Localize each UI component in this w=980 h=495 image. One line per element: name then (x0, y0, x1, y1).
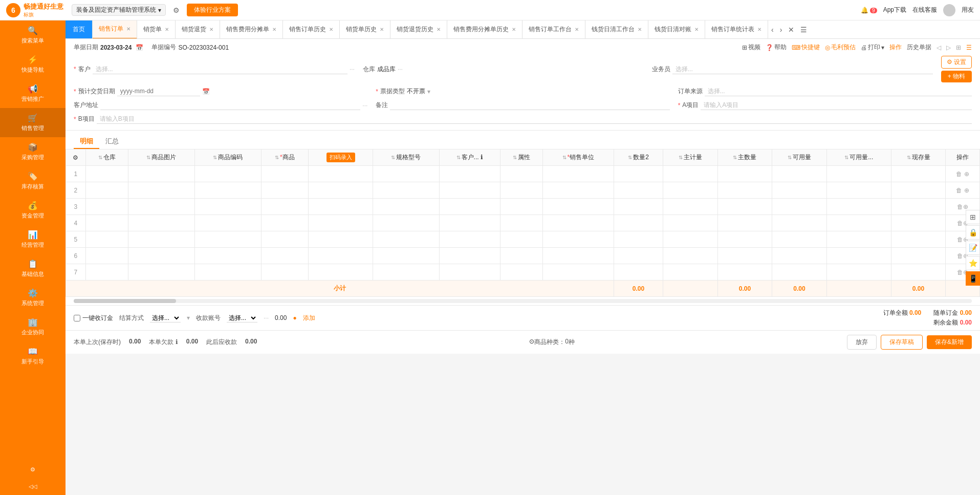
sidebar-item-search[interactable]: 🔍 搜索菜单 (0, 20, 66, 50)
save-draft-button[interactable]: 保存草稿 (881, 335, 923, 350)
cell-customer-code-2[interactable] (439, 182, 500, 199)
profit-btn[interactable]: ◎ 毛利预估 (825, 43, 856, 52)
close-sales-return-history-icon[interactable]: ✕ (380, 27, 384, 32)
add-material-button[interactable]: + 物料 (941, 71, 972, 82)
tab-sales-refund-history[interactable]: 销货退货历史 ✕ (390, 20, 447, 39)
cell-customer-code-1[interactable] (439, 166, 500, 182)
close-sales-summary-icon[interactable]: ✕ (757, 27, 761, 32)
customer-input[interactable] (93, 64, 347, 74)
cell-main-qty-2[interactable] (717, 182, 772, 199)
view-btn[interactable]: ⊞ 视频 (742, 43, 760, 52)
one-key-settle-label[interactable]: 一键收订金 (74, 314, 113, 322)
cell-unit-2[interactable] (542, 182, 614, 199)
cell-qty2-1[interactable] (614, 166, 663, 182)
app-download-link[interactable]: App下载 (883, 6, 906, 14)
account-select[interactable]: 选择... (227, 314, 257, 322)
close-sales-return-icon[interactable]: ✕ (165, 27, 169, 32)
close-cash-daily-icon[interactable]: ✕ (638, 27, 642, 32)
address-expand-icon[interactable]: ··· (362, 102, 367, 109)
float-btn-2[interactable]: 🔒 (966, 225, 980, 240)
cell-product-2[interactable] (261, 182, 308, 199)
delete-row-1-icon[interactable]: 🗑 (956, 170, 962, 178)
operate-btn[interactable]: 操作 (889, 43, 902, 52)
one-key-settle-checkbox[interactable] (74, 315, 80, 321)
tab-cash-daily[interactable]: 钱货日清工作台 ✕ (585, 20, 648, 39)
sort-spec-icon[interactable]: ⇅ (391, 155, 395, 160)
delete-row-6-icon[interactable]: 🗑 (957, 252, 963, 260)
calendar-icon[interactable]: 📅 (136, 44, 143, 51)
cell-spec-2[interactable] (373, 182, 439, 199)
sidebar-item-operation[interactable]: 📊 经营管理 (0, 225, 66, 254)
close-sales-workbench-icon[interactable]: ✕ (575, 27, 579, 32)
tab-detail[interactable]: 明细 (74, 135, 99, 149)
cell-unit-1[interactable] (542, 166, 614, 182)
list-view-icon[interactable]: ☰ (966, 44, 972, 51)
float-btn-1[interactable]: ⊞ (966, 210, 980, 224)
tab-sales-return[interactable]: 销货单 ✕ (137, 20, 176, 39)
close-sales-order-icon[interactable]: ✕ (126, 26, 130, 32)
copy-row-1-icon[interactable]: ⊕ (964, 170, 969, 178)
close-sales-fee-history-icon[interactable]: ✕ (512, 27, 516, 32)
tab-sales-workbench[interactable]: 销售订单工作台 ✕ (522, 20, 585, 39)
tab-sales-refund[interactable]: 销货退货 ✕ (176, 20, 220, 39)
sidebar-item-quick[interactable]: ⚡ 快捷导航 (0, 50, 66, 79)
shortcut-btn[interactable]: ⌨ 快捷键 (792, 43, 820, 52)
settlement-dropdown-icon[interactable]: ▾ (187, 314, 190, 321)
settlement-select[interactable]: 选择... (150, 314, 181, 322)
sidebar-settings[interactable]: ⚙ (0, 461, 66, 478)
sort-available2-icon[interactable]: ⇅ (844, 155, 848, 160)
cell-attr-2[interactable] (500, 182, 542, 199)
delete-row-4-icon[interactable]: 🗑 (957, 220, 963, 227)
delete-row-2-icon[interactable]: 🗑 (956, 187, 962, 194)
cell-spec-1[interactable] (373, 166, 439, 182)
close-sales-fee-icon[interactable]: ✕ (272, 27, 276, 32)
delete-row-5-icon[interactable]: 🗑 (957, 236, 963, 243)
sidebar-item-basic[interactable]: 📋 基础信息 (0, 254, 66, 283)
float-btn-5[interactable]: 📱 (966, 271, 980, 286)
setting-button[interactable]: ⚙ 设置 (941, 56, 972, 69)
tab-close-all-btn[interactable]: ✕ (785, 26, 797, 34)
cell-attr-1[interactable] (500, 166, 542, 182)
sidebar-item-sales[interactable]: 🛒 销售管理 (0, 108, 66, 137)
remarks-input[interactable] (390, 100, 669, 110)
cell-code-1[interactable] (194, 166, 261, 182)
sort-code-icon[interactable]: ⇅ (213, 155, 217, 160)
warehouse-expand-icon[interactable]: ··· (398, 66, 403, 73)
address-input[interactable] (100, 100, 360, 110)
cell-qty2-2[interactable] (614, 182, 663, 199)
solution-button[interactable]: 体验行业方案 (187, 4, 238, 16)
float-btn-4[interactable]: ⭐ (966, 256, 980, 270)
cell-main-qty-1[interactable] (717, 166, 772, 182)
sort-attr-icon[interactable]: ⇅ (513, 155, 517, 160)
tab-sales-order[interactable]: 销售订单 ✕ (93, 20, 137, 39)
sort-main-unit-icon[interactable]: ⇅ (679, 155, 683, 160)
sidebar-item-guide[interactable]: 📖 新手引导 (0, 341, 66, 371)
invoice-dropdown-icon[interactable]: ▾ (427, 88, 430, 95)
tab-summary[interactable]: 汇总 (99, 135, 125, 149)
scan-button[interactable]: 扫码录入 (326, 153, 355, 162)
sort-main-qty-icon[interactable]: ⇅ (733, 155, 737, 160)
sort-image-icon[interactable]: ⇅ (146, 155, 150, 160)
tab-home[interactable]: 首页 (66, 20, 93, 39)
sort-stock-icon[interactable]: ⇅ (907, 155, 911, 160)
scroll-track[interactable] (74, 299, 972, 303)
help-btn[interactable]: ❓ 帮助 (766, 43, 787, 52)
tab-prev-btn[interactable]: ‹ (768, 26, 777, 34)
sort-available-icon[interactable]: ⇅ (788, 155, 792, 160)
prev-record-icon[interactable]: ◁ (937, 44, 941, 51)
history-btn[interactable]: 历史单据 (907, 43, 931, 52)
sort-warehouse-icon[interactable]: ⇅ (98, 155, 102, 160)
sidebar-item-marketing[interactable]: 📢 营销推广 (0, 79, 66, 108)
system-selector[interactable]: 装备及固定资产辅助管理系统 ▾ (72, 4, 166, 16)
sort-qty2-icon[interactable]: ⇅ (628, 155, 632, 160)
save-new-button[interactable]: 保存&新增 (927, 335, 972, 349)
copy-row-3-icon[interactable]: ⊕ (963, 203, 968, 210)
sidebar-item-system[interactable]: ⚙️ 系统管理 (0, 283, 66, 312)
sidebar-item-purchase[interactable]: 📦 采购管理 (0, 137, 66, 166)
bproject-input[interactable] (97, 114, 972, 124)
account-expand-icon[interactable]: ··· (264, 314, 269, 321)
sidebar-item-inventory[interactable]: 🏷️ 库存核算 (0, 166, 66, 196)
next-record-icon[interactable]: ▷ (946, 44, 951, 51)
tab-sales-summary[interactable]: 销售订单统计表 ✕ (705, 20, 768, 39)
tab-next-btn[interactable]: › (777, 26, 786, 34)
